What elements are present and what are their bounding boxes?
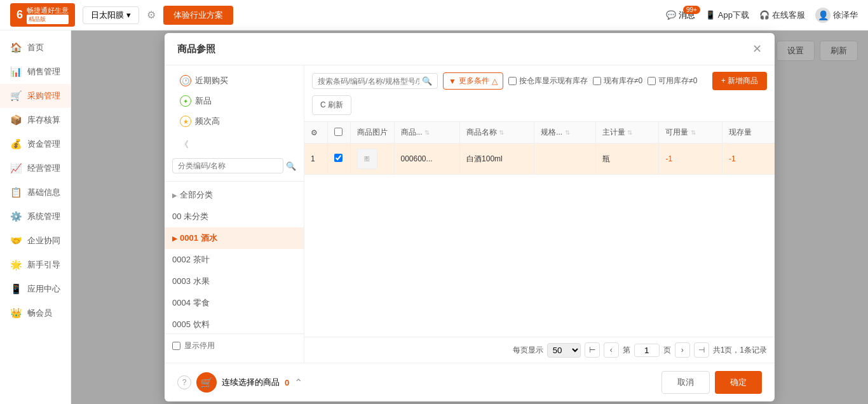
divider: [165, 181, 304, 182]
nav-right: 💬 消息 99+ 📱 App下载 🎧 在线客服 👤 徐泽华: [666, 8, 858, 23]
quick-filters: 🕐 近期购买 ✦ 新品 ★ 频次高: [165, 71, 304, 137]
available-checkbox-label[interactable]: 现有库存≠0: [593, 76, 642, 86]
system-icon: ⚙️: [10, 211, 22, 222]
row-spec-cell: [534, 144, 596, 175]
col-spec-header[interactable]: 规格... ⇅: [534, 122, 596, 144]
product-table: ⚙ 商品图片 商品... ⇅ 商品名称 ⇅ 规格... ⇅ 主计量 ⇅ 可用量 …: [304, 122, 775, 175]
modal-close-button[interactable]: ✕: [752, 42, 762, 56]
cart-area: ? 🛒 连续选择的商品 0 ⌃: [177, 372, 654, 393]
next-page-button[interactable]: ›: [675, 342, 690, 358]
table-row[interactable]: 1 图 000600... 白酒100ml 瓶: [304, 144, 775, 175]
message-link[interactable]: 💬 消息 99+: [666, 10, 695, 21]
store-dropdown[interactable]: 日太阳膜 ▾: [83, 6, 139, 24]
service-link[interactable]: 🎧 在线客服: [759, 10, 805, 21]
collab-icon: 🤝: [10, 235, 22, 246]
sidebar-item-sales[interactable]: 📊 销售管理: [0, 60, 71, 84]
sidebar-item-guide[interactable]: 🌟 新手引导: [0, 253, 71, 277]
category-liquor[interactable]: ▶ 0001 酒水: [165, 227, 304, 249]
user-menu[interactable]: 👤 徐泽华: [815, 8, 858, 23]
cancel-button[interactable]: 取消: [661, 371, 710, 394]
show-disabled-area: 显示停用: [165, 333, 304, 358]
app-download-link[interactable]: 📱 App下载: [705, 10, 749, 21]
help-icon[interactable]: ?: [177, 375, 191, 389]
add-product-button[interactable]: + 新增商品: [712, 72, 767, 90]
modal-title: 商品参照: [177, 43, 215, 55]
page-input[interactable]: [634, 344, 660, 357]
filter-label: 更多条件: [459, 76, 489, 86]
quick-new-label: 新品: [195, 95, 212, 107]
category-snack[interactable]: 0004 零食: [165, 292, 304, 314]
inventory-icon: 📦: [10, 114, 22, 126]
home-icon: 🏠: [10, 42, 22, 53]
category-fruit[interactable]: 0003 水果: [165, 271, 304, 292]
confirm-button[interactable]: 确定: [715, 371, 762, 394]
sidebar-label-sales: 销售管理: [27, 66, 60, 77]
col-code-header[interactable]: 商品... ⇅: [394, 122, 460, 144]
sidebar-item-basic[interactable]: 📋 基础信息: [0, 180, 71, 205]
modal-body: 🕐 近期购买 ✦ 新品 ★ 频次高: [165, 65, 775, 363]
cart-expand-icon[interactable]: ⌃: [294, 377, 302, 389]
first-page-button[interactable]: ⊢: [585, 342, 600, 358]
sidebar-label-guide: 新手引导: [27, 259, 60, 271]
sidebar-item-purchase[interactable]: 🛒 采购管理: [0, 84, 71, 108]
sidebar-item-business[interactable]: 📈 经营管理: [0, 156, 71, 180]
top-nav: 6 畅捷通好生意 精品版 日太阳膜 ▾ ⚙ 体验行业方案 💬 消息 99+ 📱 …: [0, 0, 868, 30]
col-available-header[interactable]: 可用量 ⇅: [659, 122, 722, 144]
more-filter-button[interactable]: ▼ 更多条件 △: [443, 72, 503, 90]
row-img-cell: 图: [350, 144, 394, 175]
col-img-header: 商品图片: [350, 122, 394, 144]
sidebar-label-basic: 基础信息: [27, 187, 60, 198]
usable-checkbox-label[interactable]: 可用库存≠0: [648, 76, 697, 86]
usable-checkbox[interactable]: [648, 77, 656, 85]
sort-icon3: ⇅: [565, 129, 570, 136]
row-checkbox[interactable]: [334, 154, 342, 162]
category-search-icon[interactable]: 🔍: [286, 161, 296, 171]
cart-icon-wrap[interactable]: 🛒: [196, 372, 217, 393]
gear-icon[interactable]: ⚙: [147, 9, 156, 21]
quick-recent[interactable]: 🕐 近期购买: [172, 71, 296, 91]
avatar: 👤: [815, 8, 831, 23]
cart-label: 连续选择的商品: [222, 377, 280, 388]
available-checkbox[interactable]: [593, 77, 601, 85]
col-unit-header[interactable]: 主计量 ⇅: [595, 122, 659, 144]
sidebar: 🏠 首页 📊 销售管理 🛒 采购管理 📦 库存核算 💰 资金管理 📈 经营管理 …: [0, 30, 71, 404]
warehouse-checkbox[interactable]: [508, 77, 517, 85]
show-disabled-checkbox[interactable]: [172, 342, 180, 350]
sidebar-item-apps[interactable]: 📱 应用中心: [0, 277, 71, 301]
col-name-header[interactable]: 商品名称 ⇅: [460, 122, 534, 144]
sidebar-item-member[interactable]: 👑 畅会员: [0, 301, 71, 325]
category-drink[interactable]: 0005 饮料: [165, 314, 304, 333]
category-tea[interactable]: 0002 茶叶: [165, 249, 304, 271]
logo-area: 6 畅捷通好生意 精品版: [10, 3, 75, 27]
cart-icon: 🛒: [200, 377, 213, 389]
product-search-icon[interactable]: 🔍: [422, 76, 432, 86]
basic-icon: 📋: [10, 187, 22, 198]
sidebar-item-home[interactable]: 🏠 首页: [0, 36, 71, 60]
col-checkbox[interactable]: [327, 122, 350, 144]
col-settings[interactable]: ⚙: [304, 122, 327, 144]
logo-text: 畅捷通好生意: [27, 6, 69, 15]
per-page-select[interactable]: 50 100: [547, 343, 581, 358]
page-suffix: 页: [663, 345, 671, 356]
logo-icon: 6: [17, 8, 23, 22]
sidebar-item-collab[interactable]: 🤝 企业协同: [0, 229, 71, 253]
category-unclassified[interactable]: 00 未分类: [165, 206, 304, 227]
prev-page-button[interactable]: ‹: [604, 342, 619, 358]
warehouse-checkbox-label[interactable]: 按仓库显示现有库存: [508, 76, 588, 86]
last-page-button[interactable]: ⊣: [694, 342, 709, 358]
product-search-input[interactable]: [318, 77, 419, 86]
member-icon: 👑: [10, 307, 22, 319]
row-checkbox-cell[interactable]: [327, 144, 350, 175]
category-search-input[interactable]: [172, 158, 283, 173]
collapse-button[interactable]: 《: [172, 137, 196, 153]
trial-button[interactable]: 体验行业方案: [163, 6, 233, 25]
refresh-product-button[interactable]: C 刷新: [312, 95, 351, 115]
category-drink-label: 0005 饮料: [172, 319, 210, 330]
quick-new[interactable]: ✦ 新品: [172, 91, 296, 111]
category-all[interactable]: ▶ 全部分类: [165, 184, 304, 206]
sidebar-item-system[interactable]: ⚙️ 系统管理: [0, 205, 71, 229]
sidebar-item-inventory[interactable]: 📦 库存核算: [0, 108, 71, 132]
sidebar-item-finance[interactable]: 💰 资金管理: [0, 132, 71, 156]
quick-frequent[interactable]: ★ 频次高: [172, 111, 296, 131]
select-all-checkbox[interactable]: [334, 128, 342, 136]
